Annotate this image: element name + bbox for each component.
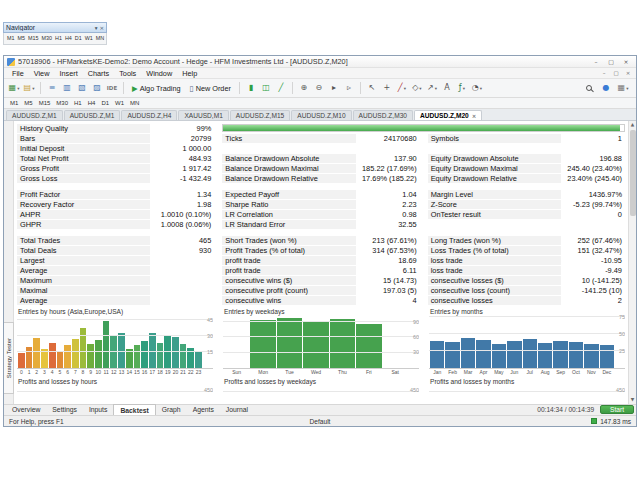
status-profile[interactable]: Default [310, 418, 331, 425]
data-window-icon[interactable]: ▥ [60, 81, 74, 95]
toolbox-icon[interactable]: ▨ [90, 81, 104, 95]
chart-tab-7[interactable]: AUDUSD.Z,M20× [414, 110, 482, 120]
minimize-icon[interactable]: – [589, 57, 603, 66]
tester-tab-inputs[interactable]: Inputs [83, 405, 114, 415]
timeframe-h4[interactable]: H4 [86, 99, 98, 108]
chart-tab-3[interactable]: XAUUSD,M1 [178, 110, 228, 120]
x-tick-label: Feb [445, 369, 459, 376]
new-order-button[interactable]: ▯New Order [186, 81, 235, 95]
profiles-icon[interactable]: ▤▾ [22, 81, 36, 95]
fragment-tf-h1[interactable]: H1 [54, 34, 63, 43]
crosshair-icon[interactable]: + [380, 81, 394, 95]
search-icon[interactable] [582, 81, 596, 95]
chevron-down-icon[interactable]: ▾ [95, 25, 98, 31]
layouts-icon[interactable]: ▦▾ [616, 81, 630, 95]
tab-close-icon[interactable]: × [472, 113, 477, 119]
report-label: Gross Profit [17, 164, 150, 173]
report-label [428, 220, 561, 229]
fragment-tf-m1[interactable]: M1 [6, 34, 16, 43]
menu-window[interactable]: Window [141, 69, 177, 78]
child-close-icon[interactable]: × [623, 70, 633, 76]
trendline-icon[interactable]: ╱▾ [395, 81, 409, 95]
chart-tab-5[interactable]: AUDUSD.Z,M10 [291, 110, 351, 120]
text-label-icon[interactable]: A [440, 81, 454, 95]
new-chart-icon[interactable]: ▦▾ [7, 81, 21, 95]
timeframe-m30[interactable]: M30 [54, 99, 70, 108]
shapes-icon[interactable]: ◇▾ [410, 81, 424, 95]
community-icon[interactable]: ● [599, 81, 613, 95]
title-bar[interactable]: 57018906 - HFMarketsKE-Demo2: Demo Accou… [4, 56, 636, 68]
tester-tab-overview[interactable]: Overview [6, 405, 46, 415]
chart-tab-0[interactable]: AUDUSD.Z,M1 [6, 110, 63, 120]
chevron-down-icon: ▾ [480, 86, 482, 91]
timeframe-m15[interactable]: M15 [37, 99, 53, 108]
menu-file[interactable]: File [7, 69, 29, 78]
start-button[interactable]: Start [600, 405, 634, 414]
report-pair: Maximal [17, 286, 214, 295]
candle-chart-icon[interactable]: ◫ [259, 81, 273, 95]
fragment-tf-m5[interactable]: M5 [17, 34, 27, 43]
close-window-icon[interactable]: × [619, 57, 633, 66]
maximize-icon[interactable]: ▢ [604, 57, 618, 66]
tester-tab-settings[interactable]: Settings [46, 405, 83, 415]
zoom-out-icon[interactable]: ⊖ [312, 81, 326, 95]
menu-view[interactable]: View [29, 69, 55, 78]
timeframe-m5[interactable]: M5 [22, 99, 34, 108]
report-pair [428, 144, 625, 153]
scrollbar-thumb[interactable] [630, 130, 636, 216]
menu-charts[interactable]: Charts [83, 69, 115, 78]
fragment-tf-mn[interactable]: MN [95, 34, 105, 43]
fragment-tf-h4[interactable]: H4 [64, 34, 73, 43]
toolbar-separator [292, 82, 293, 94]
timeframe-w1[interactable]: W1 [113, 99, 126, 108]
line-chart-icon[interactable]: ╱ [274, 81, 288, 95]
chart-shift-icon[interactable]: ▹ [342, 81, 356, 95]
auto-scroll-icon[interactable]: ▸ [327, 81, 341, 95]
timeframe-h1[interactable]: H1 [72, 99, 84, 108]
timeframe-mn[interactable]: MN [128, 99, 141, 108]
y-tick-label: 450 [410, 388, 419, 393]
chart-tab-6[interactable]: AUDUSD.Z,M30 [353, 110, 413, 120]
child-restore-icon[interactable]: ▢ [611, 70, 621, 76]
fragment-tf-d1[interactable]: D1 [74, 34, 83, 43]
chart-tab-4[interactable]: AUDUSD.Z,M15 [230, 110, 290, 120]
chart-tab-2[interactable]: AUDUSD.Z,H4 [121, 110, 177, 120]
bar-chart-icon[interactable]: ▮ [244, 81, 258, 95]
period-menu-icon[interactable]: ◔▾ [470, 81, 484, 95]
fragment-tf-m30[interactable]: M30 [41, 34, 54, 43]
close-icon[interactable]: × [99, 25, 104, 31]
report-label: Loss Trades (% of total) [428, 246, 561, 255]
report-label: Balance Drawdown Maximal [222, 164, 355, 173]
navigator-icon[interactable]: ▧ [75, 81, 89, 95]
indicators-glyph: ƒ [459, 81, 462, 95]
vertical-scrollbar[interactable]: ▲ ▼ [628, 121, 636, 404]
menu-help[interactable]: Help [177, 69, 202, 78]
timeframe-m1[interactable]: M1 [8, 99, 20, 108]
menu-insert[interactable]: Insert [54, 69, 82, 78]
tester-tab-journal[interactable]: Journal [220, 405, 254, 415]
fragment-tf-w1[interactable]: W1 [84, 34, 94, 43]
report-label: Largest [17, 256, 150, 265]
chart-tab-1[interactable]: AUDUSD.Z,M1 [64, 110, 121, 120]
zoom-in-icon[interactable]: ⊕ [297, 81, 311, 95]
scroll-down-icon[interactable]: ▼ [629, 396, 637, 404]
fragment-tf-m15[interactable]: M15 [27, 34, 40, 43]
scroll-up-icon[interactable]: ▲ [629, 121, 637, 129]
navigator-panel-header[interactable]: Navigator ▾ × [3, 22, 107, 33]
timeframe-d1[interactable]: D1 [99, 99, 111, 108]
strategy-tester-vertical-tab[interactable]: Strategy Tester [4, 322, 14, 394]
tester-tab-graph[interactable]: Graph [156, 405, 187, 415]
tester-tab-backtest[interactable]: Backtest [113, 404, 155, 415]
market-watch-icon[interactable]: ≡ [45, 81, 59, 95]
algo-trading-button[interactable]: ▶Algo Trading [128, 81, 185, 95]
menu-tools[interactable]: Tools [114, 69, 141, 78]
child-minimize-icon[interactable]: – [599, 70, 609, 76]
arrows-icon[interactable]: ↗▾ [425, 81, 439, 95]
chevron-down-icon: ▾ [463, 86, 465, 91]
tester-tab-agents[interactable]: Agents [187, 405, 220, 415]
report-value: 465 [150, 236, 214, 245]
indicators-icon[interactable]: ƒ▾ [455, 81, 469, 95]
metaeditor-icon[interactable]: IDE [105, 81, 119, 95]
cursor-icon[interactable]: ↖ [365, 81, 379, 95]
history-quality-bar [222, 124, 625, 132]
